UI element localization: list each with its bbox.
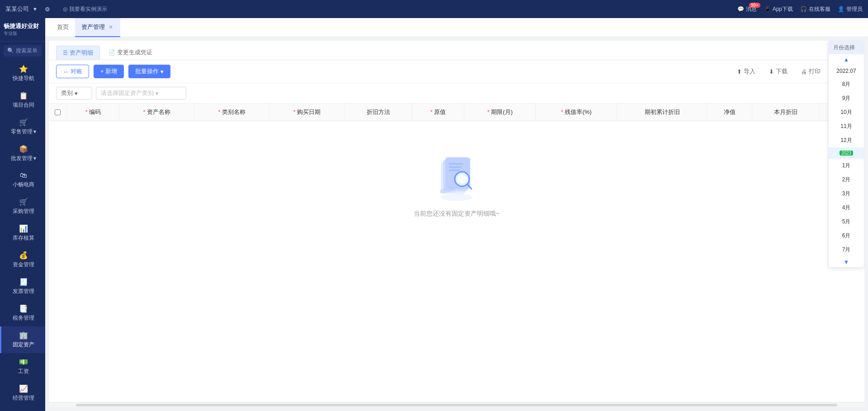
batch-dropdown-icon: ▾ <box>160 68 164 75</box>
download-btn[interactable]: ⬇ 下载 <box>764 65 792 78</box>
empty-state: 当前您还没有固定资产明细哦~ <box>49 121 864 245</box>
user-menu[interactable]: 👤 管理员 <box>838 5 863 13</box>
sidebar-item-tax[interactable]: 📑 税务管理 <box>0 300 45 326</box>
month-item-11[interactable]: 11月 <box>829 119 864 133</box>
message-icon: 💬 <box>737 6 744 12</box>
month-item-1[interactable]: 1月 <box>829 159 864 173</box>
sidebar-item-retail[interactable]: 🛒 零售管理 ▾ <box>0 113 45 140</box>
demo-icon: ◎ <box>63 6 67 12</box>
month-item-10[interactable]: 10月 <box>829 105 864 119</box>
empty-icon <box>429 148 484 203</box>
category-select[interactable]: 类别 ▾ <box>56 87 92 99</box>
sub-tab-change-voucher[interactable]: 📄 变更生成凭证 <box>102 45 159 60</box>
top-bar-left: 某某公司 ▼ ⚙ ◎ 我要看实例演示 <box>5 5 737 13</box>
col-category: * 类别名称 <box>194 104 269 121</box>
toolbar: ↔ 对账 + 新增 批量操作 ▾ ⬆ 导入 ⬇ 下 <box>49 60 864 83</box>
month-picker-year[interactable]: 2022.07 <box>829 65 864 77</box>
category-value-select[interactable]: 请选择固定资产类别 ▾ <box>96 87 186 99</box>
headset-icon: 🎧 <box>800 6 807 12</box>
col-code: * 编码 <box>67 104 119 121</box>
sidebar: 畅捷通好业财 专业版 🔍 搜索菜单 ⭐ 快捷导航 📋 项目合同 🛒 零售管理 ▾… <box>0 18 45 411</box>
reconcile-icon: ↔ <box>63 68 69 75</box>
month-item-5[interactable]: 5月 <box>829 215 864 229</box>
sub-tabs: ☰ 资产明细 📄 变更生成凭证 <box>49 41 864 60</box>
month-item-3[interactable]: 3月 <box>829 187 864 201</box>
month-item-7[interactable]: 7月 <box>829 243 864 257</box>
svg-rect-4 <box>449 163 463 165</box>
select-all-checkbox[interactable] <box>55 109 61 115</box>
fixed-assets-icon: 🏢 <box>19 331 28 340</box>
table-wrap: * 编码 * 资产名称 * 类别名称 * 购买日期 折旧方法 * 原值 * 期限… <box>49 104 864 402</box>
col-accumulated-depreciation: 期初累计折旧 <box>617 104 708 121</box>
sub-tab-asset-detail[interactable]: ☰ 资产明细 <box>56 46 100 60</box>
fund-icon: 💰 <box>19 251 28 260</box>
month-item-4[interactable]: 4月 <box>829 201 864 215</box>
month-picker-up-arrow[interactable]: ▲ <box>829 54 864 65</box>
sidebar-item-purchase[interactable]: 🛒 采购管理 <box>0 193 45 220</box>
month-item-2[interactable]: 2月 <box>829 173 864 187</box>
col-original-value: * 原值 <box>412 104 464 121</box>
sidebar-item-invoice[interactable]: 🧾 发票管理 <box>0 273 45 300</box>
settings-icon[interactable]: ⚙ <box>45 6 50 13</box>
sidebar-item-general-ledger[interactable]: 📒 总账管理 <box>0 406 45 411</box>
wholesale-arrow: ▾ <box>33 155 36 161</box>
batch-ops-btn[interactable]: 批量操作 ▾ <box>128 65 170 78</box>
month-picker-down-arrow[interactable]: ▼ <box>829 257 864 267</box>
bottom-scroll[interactable] <box>49 402 864 407</box>
sidebar-item-fund[interactable]: 💰 资金管理 <box>0 246 45 273</box>
online-service-btn[interactable]: 🎧 在线客服 <box>800 5 830 13</box>
month-item-9[interactable]: 9月 <box>829 91 864 105</box>
reconcile-btn[interactable]: ↔ 对账 <box>56 65 89 78</box>
message-badge: 99+ <box>749 3 760 8</box>
col-residual-rate: * 残值率(%) <box>536 104 617 121</box>
phone-icon: 📱 <box>764 6 771 12</box>
sidebar-item-salary[interactable]: 💵 工资 <box>0 353 45 380</box>
month-item-12[interactable]: 12月 <box>829 133 864 147</box>
invoice-icon: 🧾 <box>19 278 28 286</box>
col-checkbox <box>49 104 67 121</box>
tab-close-asset[interactable]: ✕ <box>108 23 114 31</box>
download-icon: ⬇ <box>769 68 774 75</box>
category-dropdown-icon: ▾ <box>75 90 78 97</box>
search-icon: 🔍 <box>7 47 14 54</box>
sidebar-item-fixed-assets[interactable]: 🏢 固定资产 <box>0 326 45 353</box>
import-icon: ⬆ <box>737 68 742 75</box>
sidebar-item-wholesale[interactable]: 📦 批发管理 ▾ <box>0 140 45 167</box>
col-name: * 资产名称 <box>119 104 194 121</box>
sidebar-item-inventory[interactable]: 📊 库存核算 <box>0 220 45 246</box>
sidebar-item-ecommerce[interactable]: 🛍 小畅电商 <box>0 167 45 193</box>
assets-table: * 编码 * 资产名称 * 类别名称 * 购买日期 折旧方法 * 原值 * 期限… <box>49 104 864 245</box>
page-content: ☰ 资产明细 📄 变更生成凭证 ↔ 对账 + 新增 批量操作 <box>49 41 864 407</box>
project-icon: 📋 <box>19 91 28 100</box>
print-btn[interactable]: 🖨 打印 <box>797 65 825 78</box>
sidebar-item-project-contract[interactable]: 📋 项目合同 <box>0 87 45 113</box>
col-net-value: 净值 <box>707 104 752 121</box>
content-area: 首页 资产管理 ✕ ☰ 资产明细 📄 变更生成凭证 <box>45 18 868 411</box>
month-item-8[interactable]: 8月 <box>829 77 864 91</box>
company-dropdown-icon[interactable]: ▼ <box>33 6 38 12</box>
tab-home[interactable]: 首页 <box>51 18 75 37</box>
retail-arrow: ▾ <box>33 128 36 135</box>
month-item-6[interactable]: 6月 <box>829 229 864 243</box>
sidebar-item-quick-nav[interactable]: ⭐ 快捷导航 <box>0 60 45 87</box>
import-btn[interactable]: ⬆ 导入 <box>732 65 760 78</box>
search-menu-btn[interactable]: 🔍 搜索菜单 <box>4 45 42 57</box>
tab-asset-mgmt[interactable]: 资产管理 ✕ <box>75 18 120 37</box>
quick-nav-icon: ⭐ <box>19 65 28 73</box>
add-btn[interactable]: + 新增 <box>94 65 124 78</box>
sidebar-item-ops[interactable]: 📈 经营管理 <box>0 380 45 406</box>
list-icon: ☰ <box>63 50 68 56</box>
app-subtitle: 专业版 <box>4 30 42 37</box>
demo-link[interactable]: ◎ 我要看实例演示 <box>63 5 107 13</box>
retail-icon: 🛒 <box>19 118 28 127</box>
company-selector[interactable]: 某某公司 <box>5 5 29 13</box>
svg-point-0 <box>441 194 472 201</box>
category-value-dropdown-icon: ▾ <box>156 90 159 97</box>
app-download-btn[interactable]: 📱 App下载 <box>764 5 793 13</box>
tab-bar: 首页 资产管理 ✕ <box>45 18 868 37</box>
purchase-icon: 🛒 <box>19 198 28 206</box>
tax-icon: 📑 <box>19 304 28 313</box>
top-bar: 某某公司 ▼ ⚙ ◎ 我要看实例演示 💬 消息 99+ 📱 App下载 🎧 在线… <box>0 0 868 18</box>
print-icon: 🖨 <box>801 68 807 75</box>
message-btn[interactable]: 💬 消息 99+ <box>737 5 757 13</box>
